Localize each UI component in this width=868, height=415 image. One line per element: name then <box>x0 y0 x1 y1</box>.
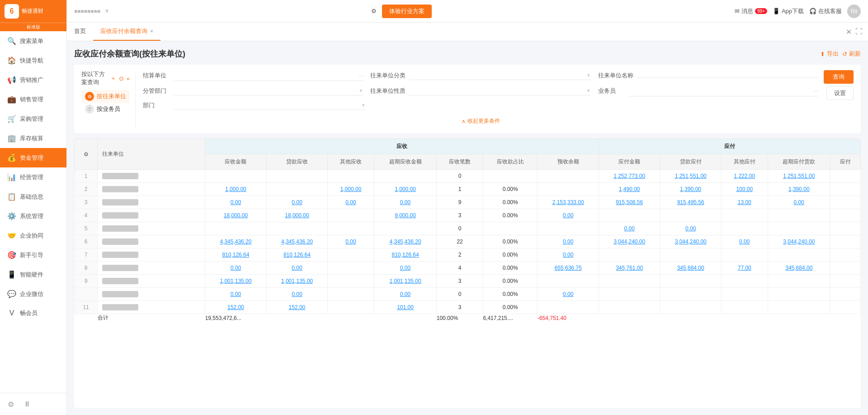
partner-category-select[interactable]: ▼ <box>409 71 590 80</box>
sidebar-item-label: 营销推广 <box>20 76 43 84</box>
data-table: ⚙ 往来单位 应收 应付 应收金额 贷款应收 其他应收 超期应收金额 应收笔数 … <box>74 138 861 322</box>
content-area: 应收应付余额查询(按往来单位) ⬆ 导出 ↺ 刷新 按以下方案查询 <box>67 41 868 415</box>
sidebar-item-label: 系统管理 <box>20 212 43 220</box>
collapse-more-btn[interactable]: ∧ 收起更多条件 <box>143 114 818 128</box>
member-icon: V <box>7 309 16 317</box>
sidebar-item-label: 企业协同 <box>20 232 43 240</box>
guide-icon: 🎯 <box>7 251 16 259</box>
collapse-btn[interactable]: ⏸ <box>21 398 33 410</box>
export-button[interactable]: ⬆ 导出 <box>820 50 839 58</box>
salesperson-input[interactable]: ··· <box>629 86 818 96</box>
query-type-partner[interactable]: ♻ 按往来单位 <box>81 90 130 103</box>
total-row-num <box>75 314 98 322</box>
salesperson-dots-icon: ··· <box>813 87 818 94</box>
home-icon: 🏠 <box>7 56 16 65</box>
sidebar-item-label: 库存核算 <box>20 134 43 143</box>
sidebar-item-coop[interactable]: 🤝 企业协同 <box>0 226 66 245</box>
settlement-input[interactable]: ··· <box>174 70 363 81</box>
sales-icon: 💼 <box>7 95 16 104</box>
sidebar-item-finance[interactable]: 💰 资金管理 <box>0 148 66 167</box>
sidebar-item-basic[interactable]: 📋 基础信息 <box>0 187 66 206</box>
sidebar-item-purchase[interactable]: 🛒 采购管理 <box>0 109 66 129</box>
user-avatar[interactable]: Rit <box>847 5 861 18</box>
partner-name-cell: ■■■■■■■ <box>98 275 205 288</box>
tab-close-icon[interactable]: × <box>150 28 153 34</box>
col-receivable-ratio: 应收款占比 <box>483 154 538 170</box>
col-overdue-payable: 超期应付货款 <box>768 154 830 170</box>
query-type-panel: 按以下方案查询 ＋ ⊙ « ♻ 按往来单位 ⏱ 按业务员 <box>81 70 136 128</box>
sidebar-item-wechat[interactable]: 💬 企业微信 <box>0 284 66 304</box>
topbar: ■■■■■■■■ ▼ ⚙ 体验行业方案 ✉ 消息 99+ 📱 App下载 🎧 在… <box>67 0 868 23</box>
add-query-btn[interactable]: ＋ <box>110 74 116 82</box>
wechat-icon: 💬 <box>7 290 16 298</box>
sidebar-item-quicknav[interactable]: 🏠 快捷导航 <box>0 51 66 70</box>
sidebar-item-guide[interactable]: 🎯 新手引导 <box>0 245 66 265</box>
sidebar-item-label: 基础信息 <box>20 193 43 201</box>
partner-name-cell: ■■■■■■■ <box>98 209 205 222</box>
sidebar-item-label: 搜索菜单 <box>20 37 43 45</box>
query-type-salesperson[interactable]: ⏱ 按业务员 <box>81 103 130 115</box>
marketing-icon: 📢 <box>7 76 16 84</box>
partner-category-label: 往来单位分类 <box>370 72 406 80</box>
tabbar: 首页 应收应付余额查询 × ✕ ⛶ <box>67 23 868 41</box>
tab-home[interactable]: 首页 <box>67 23 93 41</box>
query-button[interactable]: 查询 <box>824 70 854 84</box>
sidebar-item-hardware[interactable]: 📱 智能硬件 <box>0 265 66 284</box>
col-loan-payable: 贷款应付 <box>660 154 722 170</box>
col-settings[interactable]: ⚙ <box>75 139 98 170</box>
tab-expand-icon[interactable]: ⛶ <box>855 28 863 36</box>
query-type-title: 按以下方案查询 ＋ ⊙ « <box>81 70 130 86</box>
arrow-icon[interactable]: « <box>127 75 130 82</box>
settings-button[interactable]: 设置 <box>826 86 854 100</box>
breadcrumb-arrow: ▼ <box>104 8 110 14</box>
user-text: Rit <box>851 8 858 14</box>
gear-icon: ⚙ <box>371 8 377 14</box>
partner-name-cell: ■■■■■■■ <box>98 301 205 314</box>
col-receivable-count: 应收笔数 <box>437 154 483 170</box>
col-group-receivable: 应收 <box>205 139 599 154</box>
sidebar-item-inventory[interactable]: 🏢 库存核算 <box>0 129 66 148</box>
app-label: App下载 <box>782 7 804 15</box>
partner-name-input[interactable] <box>637 74 818 78</box>
breadcrumb: ■■■■■■■■ ▼ <box>74 8 366 14</box>
data-table-section: ⚙ 往来单位 应收 应付 应收金额 贷款应收 其他应收 超期应收金额 应收笔数 … <box>74 138 861 408</box>
sidebar-item-member[interactable]: V 畅会员 <box>0 304 66 323</box>
message-btn[interactable]: ✉ 消息 99+ <box>735 7 767 15</box>
filter-layout: 按以下方案查询 ＋ ⊙ « ♻ 按往来单位 ⏱ 按业务员 <box>81 70 854 128</box>
dept-label: 分管部门 <box>143 87 170 95</box>
app-download-btn[interactable]: 📱 App下载 <box>773 7 804 15</box>
sidebar-item-sales[interactable]: 💼 销售管理 <box>0 90 66 109</box>
tab-receivable[interactable]: 应收应付余额查询 × <box>93 23 160 41</box>
finance-icon: 💰 <box>7 153 16 162</box>
partner-nature-select[interactable]: ▼ <box>409 86 590 95</box>
gear-btn[interactable]: ⚙ <box>371 8 377 14</box>
filter-group-department: 部门 ▼ <box>143 101 366 110</box>
sidebar-item-search[interactable]: 🔍 搜索菜单 <box>0 31 66 51</box>
sidebar-item-marketing[interactable]: 📢 营销推广 <box>0 70 66 90</box>
dept-select[interactable]: ▼ <box>174 86 363 95</box>
chevron-down-icon-3: ▼ <box>586 88 591 93</box>
main-area: ■■■■■■■■ ▼ ⚙ 体验行业方案 ✉ 消息 99+ 📱 App下载 🎧 在… <box>67 0 868 415</box>
sidebar-item-label: 经营管理 <box>20 173 43 181</box>
sidebar-item-system[interactable]: ⚙️ 系统管理 <box>0 206 66 226</box>
col-overdue-receivable: 超期应收金额 <box>374 154 436 170</box>
filter-row-3: 部门 ▼ <box>143 101 818 110</box>
table-row: 4■■■■■■■18,000.0018,000.009,000.0030.00%… <box>75 209 861 222</box>
page-actions: ⬆ 导出 ↺ 刷新 <box>820 50 861 58</box>
page-header: 应收应付余额查询(按往来单位) ⬆ 导出 ↺ 刷新 <box>74 48 861 59</box>
solution-button[interactable]: 体验行业方案 <box>382 5 432 18</box>
sidebar-item-operation[interactable]: 📊 经营管理 <box>0 167 66 187</box>
settlement-dots-icon: ··· <box>358 72 363 79</box>
col-loan-receivable: 贷款应收 <box>266 154 328 170</box>
service-btn[interactable]: 🎧 在线客服 <box>809 7 842 15</box>
settings-query-icon[interactable]: ⊙ <box>119 75 124 82</box>
settings-bottom-btn[interactable]: ⚙ <box>5 398 17 410</box>
tab-close-window-icon[interactable]: ✕ <box>846 28 852 36</box>
table-row: 8■■■■■■■0.000.000.0040.00%655,636.75345,… <box>75 262 861 275</box>
col-partner: 往来单位 <box>98 139 205 170</box>
refresh-button[interactable]: ↺ 刷新 <box>842 50 861 58</box>
purchase-icon: 🛒 <box>7 114 16 123</box>
partner-type-icon: ♻ <box>85 92 94 101</box>
total-receivable-amount[interactable]: 19,553,472,6... <box>205 314 267 322</box>
department-select[interactable]: ▼ <box>174 101 366 110</box>
